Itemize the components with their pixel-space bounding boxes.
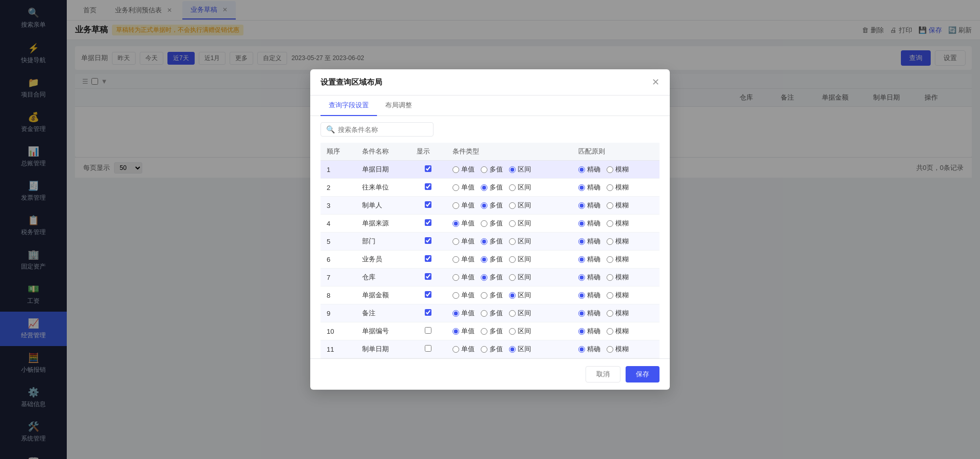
cancel-button[interactable]: 取消: [586, 366, 620, 382]
cell-name-11: 制单日期: [356, 340, 410, 358]
type-single-10[interactable]: 单值: [453, 327, 475, 336]
match-exact-8[interactable]: 精确: [578, 291, 600, 300]
type-multi-7[interactable]: 多值: [481, 273, 503, 282]
match-exact-11[interactable]: 精确: [578, 345, 600, 354]
match-exact-7[interactable]: 精确: [578, 273, 600, 282]
dialog-close-button[interactable]: ✕: [652, 76, 659, 88]
show-checkbox-6[interactable]: [425, 255, 431, 262]
type-range-9[interactable]: 区间: [509, 309, 531, 318]
show-checkbox-3[interactable]: [425, 201, 431, 208]
cell-show-8[interactable]: [410, 286, 446, 304]
type-multi-9[interactable]: 多值: [481, 309, 503, 318]
cell-match-1: 精确 模糊: [572, 161, 659, 179]
match-fuzzy-5[interactable]: 模糊: [607, 237, 629, 246]
type-single-4[interactable]: 单值: [453, 219, 475, 228]
dialog-save-button[interactable]: 保存: [626, 366, 659, 382]
cell-show-7[interactable]: [410, 269, 446, 286]
type-single-7[interactable]: 单值: [453, 273, 475, 282]
cell-show-6[interactable]: [410, 251, 446, 269]
type-range-1[interactable]: 区间: [509, 165, 531, 174]
type-multi-2[interactable]: 多值: [481, 183, 503, 192]
type-range-2[interactable]: 区间: [509, 183, 531, 192]
dialog-tab-fields[interactable]: 查询字段设置: [321, 95, 377, 116]
match-exact-2[interactable]: 精确: [578, 183, 600, 192]
cell-show-1[interactable]: [410, 161, 446, 179]
match-exact-3[interactable]: 精确: [578, 201, 600, 210]
match-exact-5[interactable]: 精确: [578, 237, 600, 246]
cell-name-10: 单据编号: [356, 322, 410, 340]
type-single-11[interactable]: 单值: [453, 345, 475, 354]
match-fuzzy-6[interactable]: 模糊: [607, 255, 629, 264]
cell-show-5[interactable]: [410, 233, 446, 251]
type-multi-10[interactable]: 多值: [481, 327, 503, 336]
match-fuzzy-2[interactable]: 模糊: [607, 183, 629, 192]
type-range-8[interactable]: 区间: [509, 291, 531, 300]
match-exact-6[interactable]: 精确: [578, 255, 600, 264]
type-range-6[interactable]: 区间: [509, 255, 531, 264]
cell-name-1: 单据日期: [356, 161, 410, 179]
cell-order-4: 4: [321, 215, 356, 233]
dialog-tab-layout[interactable]: 布局调整: [377, 95, 420, 116]
th-show: 显示: [410, 143, 446, 161]
show-checkbox-11[interactable]: [425, 345, 431, 352]
show-checkbox-5[interactable]: [425, 237, 431, 244]
type-range-7[interactable]: 区间: [509, 273, 531, 282]
match-fuzzy-4[interactable]: 模糊: [607, 219, 629, 228]
match-fuzzy-1[interactable]: 模糊: [607, 165, 629, 174]
cell-show-2[interactable]: [410, 179, 446, 197]
type-multi-11[interactable]: 多值: [481, 345, 503, 354]
type-single-8[interactable]: 单值: [453, 291, 475, 300]
type-range-5[interactable]: 区间: [509, 237, 531, 246]
cell-show-9[interactable]: [410, 304, 446, 322]
type-multi-4[interactable]: 多值: [481, 219, 503, 228]
show-checkbox-10[interactable]: [425, 327, 431, 334]
type-single-3[interactable]: 单值: [453, 201, 475, 210]
show-checkbox-9[interactable]: [425, 309, 431, 316]
type-multi-6[interactable]: 多值: [481, 255, 503, 264]
type-single-2[interactable]: 单值: [453, 183, 475, 192]
show-checkbox-1[interactable]: [425, 165, 431, 172]
type-single-5[interactable]: 单值: [453, 237, 475, 246]
match-fuzzy-3[interactable]: 模糊: [607, 201, 629, 210]
show-checkbox-7[interactable]: [425, 273, 431, 280]
type-range-3[interactable]: 区间: [509, 201, 531, 210]
match-fuzzy-8[interactable]: 模糊: [607, 291, 629, 300]
match-fuzzy-11[interactable]: 模糊: [607, 345, 629, 354]
show-checkbox-2[interactable]: [425, 183, 431, 190]
type-multi-8[interactable]: 多值: [481, 291, 503, 300]
cell-show-4[interactable]: [410, 215, 446, 233]
type-single-6[interactable]: 单值: [453, 255, 475, 264]
cell-name-8: 单据金额: [356, 286, 410, 304]
settings-row-4: 4 单据来源 单值 多值 区间: [321, 215, 659, 233]
search-input[interactable]: [338, 126, 428, 133]
type-multi-5[interactable]: 多值: [481, 237, 503, 246]
settings-row-6: 6 业务员 单值 多值 区间: [321, 251, 659, 269]
cell-show-3[interactable]: [410, 197, 446, 215]
type-range-4[interactable]: 区间: [509, 219, 531, 228]
match-fuzzy-7[interactable]: 模糊: [607, 273, 629, 282]
cell-show-10[interactable]: [410, 322, 446, 340]
show-checkbox-4[interactable]: [425, 219, 431, 226]
cell-type-8: 单值 多值 区间: [446, 286, 573, 304]
type-single-9[interactable]: 单值: [453, 309, 475, 318]
match-exact-1[interactable]: 精确: [578, 165, 600, 174]
cell-type-10: 单值 多值 区间: [446, 322, 573, 340]
cell-match-8: 精确 模糊: [572, 286, 659, 304]
show-checkbox-8[interactable]: [425, 291, 431, 298]
match-fuzzy-9[interactable]: 模糊: [607, 309, 629, 318]
match-exact-4[interactable]: 精确: [578, 219, 600, 228]
match-fuzzy-10[interactable]: 模糊: [607, 327, 629, 336]
cell-type-5: 单值 多值 区间: [446, 233, 573, 251]
settings-dialog: 设置查询区域布局 ✕ 查询字段设置 布局调整 🔍 顺序: [310, 69, 670, 390]
type-multi-3[interactable]: 多值: [481, 201, 503, 210]
cell-show-11[interactable]: [410, 340, 446, 358]
cell-match-11: 精确 模糊: [572, 340, 659, 358]
match-exact-10[interactable]: 精确: [578, 327, 600, 336]
match-exact-9[interactable]: 精确: [578, 309, 600, 318]
cell-type-2: 单值 多值 区间: [446, 179, 573, 197]
type-range-11[interactable]: 区间: [509, 345, 531, 354]
settings-table: 顺序 条件名称 显示 条件类型 匹配原则 1 单据日期 单值: [321, 143, 659, 358]
type-range-10[interactable]: 区间: [509, 327, 531, 336]
type-single-1[interactable]: 单值: [453, 165, 475, 174]
type-multi-1[interactable]: 多值: [481, 165, 503, 174]
